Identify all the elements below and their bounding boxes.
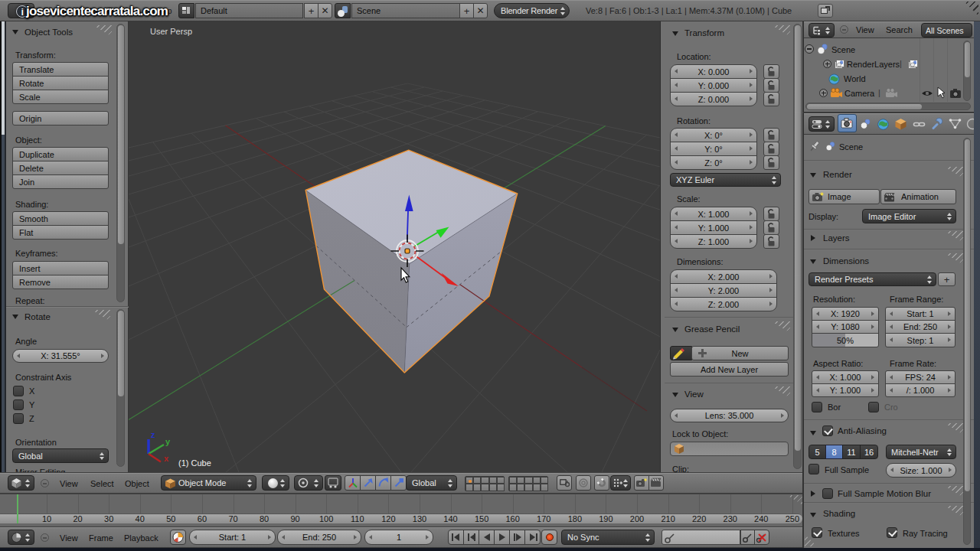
- svg-text:z: z: [151, 430, 155, 439]
- svg-text:x: x: [164, 454, 169, 463]
- svg-text:(1) Cube: (1) Cube: [178, 458, 211, 468]
- svg-text:y: y: [165, 437, 171, 446]
- svg-text:User Persp: User Persp: [150, 27, 192, 36]
